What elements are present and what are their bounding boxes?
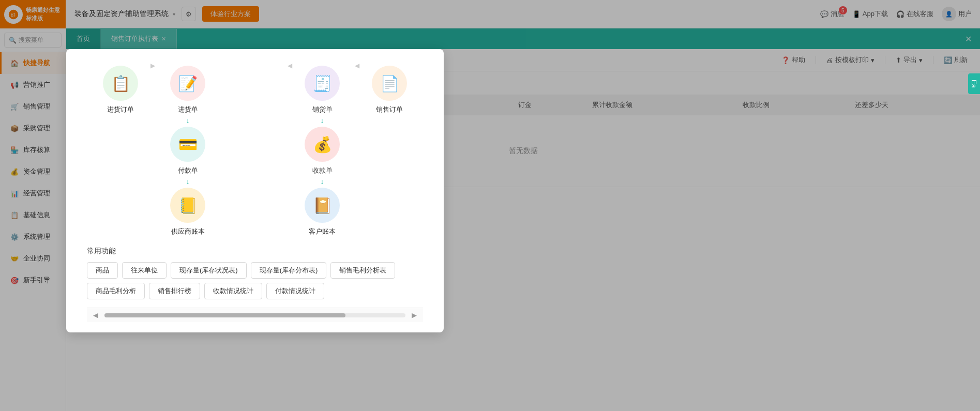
flow-node-sales-receipt-circle[interactable]: 🧾 bbox=[305, 66, 340, 101]
popup-overlay[interactable]: 📋 进货订单 ▶ 📝 进货单 bbox=[0, 0, 980, 411]
flow-node-receipt-circle[interactable]: 💰 bbox=[305, 127, 340, 162]
scroll-left-button[interactable]: ◀ bbox=[89, 310, 102, 320]
quick-nav-popup: 📋 进货订单 ▶ 📝 进货单 bbox=[66, 49, 444, 332]
common-btn-0[interactable]: 商品 bbox=[87, 262, 118, 279]
common-btn-1[interactable]: 往来单位 bbox=[122, 262, 167, 279]
flow-col-3: 🧾 销货单 bbox=[289, 66, 356, 114]
flow-node-supplier-ledger-label: 供应商账本 bbox=[171, 227, 205, 236]
flow-col-4: 📄 销售订单 bbox=[356, 66, 423, 114]
flow-node-purchase-order-circle[interactable]: 📋 bbox=[103, 66, 138, 101]
flow-diagram: 📋 进货订单 ▶ 📝 进货单 bbox=[87, 66, 423, 236]
common-btn-2[interactable]: 现存量(库存状况表) bbox=[171, 262, 247, 279]
common-btn-8[interactable]: 付款情况统计 bbox=[266, 283, 324, 299]
common-functions-title: 常用功能 bbox=[87, 247, 423, 256]
common-btn-5[interactable]: 商品毛利分析 bbox=[87, 283, 145, 299]
common-buttons-row-1: 商品往来单位现存量(库存状况表)现存量(库存分布表)销售毛利分析表商品毛利分析销… bbox=[87, 262, 423, 299]
arrow-down-supplier: ↓ bbox=[186, 177, 190, 186]
flow-col-customer-ledger: ↓ 📔 客户账本 bbox=[289, 175, 356, 236]
flow-node-purchase-receipt-circle[interactable]: 📝 bbox=[170, 66, 205, 101]
flow-node-customer-ledger-circle[interactable]: 📔 bbox=[305, 188, 340, 223]
scroll-right-button[interactable]: ▶ bbox=[408, 310, 421, 320]
flow-node-receipt-label: 收款单 bbox=[312, 166, 333, 175]
common-btn-4[interactable]: 销售毛利分析表 bbox=[330, 262, 395, 279]
flow-node-supplier-ledger-circle[interactable]: 📒 bbox=[170, 188, 205, 223]
common-btn-7[interactable]: 收款情况统计 bbox=[204, 283, 262, 299]
flow-node-purchase-order-label: 进货订单 bbox=[107, 105, 134, 114]
flow-node-purchase-receipt-label: 进货单 bbox=[178, 105, 198, 114]
flow-col-payment: ↓ 💳 付款单 bbox=[154, 114, 221, 175]
flow-node-sales-order-circle[interactable]: 📄 bbox=[372, 66, 407, 101]
flow-node-sales-receipt-label: 销货单 bbox=[312, 105, 333, 114]
arrow-down-customer: ↓ bbox=[321, 177, 324, 186]
flow-node-payment-label: 付款单 bbox=[178, 166, 198, 175]
arrow-down-receipt: ↓ bbox=[321, 116, 324, 125]
flow-col-supplier-ledger: ↓ 📒 供应商账本 bbox=[154, 175, 221, 236]
flow-node-payment-circle[interactable]: 💳 bbox=[170, 127, 205, 162]
flow-col-1: 📋 进货订单 bbox=[87, 66, 154, 114]
common-btn-3[interactable]: 现存量(库存分布表) bbox=[251, 262, 327, 279]
common-btn-6[interactable]: 销售排行榜 bbox=[149, 283, 200, 299]
flow-node-sales-order-label: 销售订单 bbox=[376, 105, 403, 114]
flow-node-customer-ledger-label: 客户账本 bbox=[309, 227, 336, 236]
arrow-down-payment: ↓ bbox=[186, 116, 190, 125]
scroll-row: ◀ ▶ bbox=[87, 308, 423, 322]
ea-floating-button[interactable]: Ea bbox=[968, 73, 980, 94]
flow-col-2: 📝 进货单 bbox=[154, 66, 221, 114]
flow-col-receipt: ↓ 💰 收款单 bbox=[289, 114, 356, 175]
common-functions-section: 常用功能 商品往来单位现存量(库存状况表)现存量(库存分布表)销售毛利分析表商品… bbox=[87, 247, 423, 299]
